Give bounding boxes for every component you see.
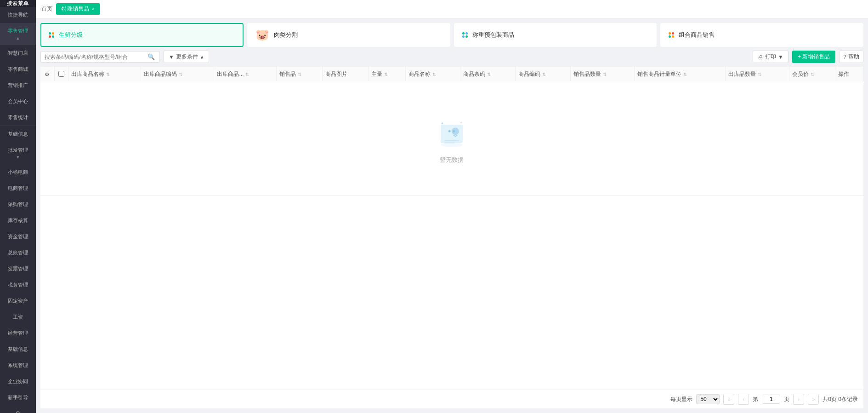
sidebar-item-retail-stats[interactable]: 零售统计 xyxy=(0,109,36,126)
sort-icon: ⇅ xyxy=(245,72,249,77)
pagination: 每页显示 50 10 20 100 « ‹ 第 页 › » 共0页 0条记录 xyxy=(40,390,863,408)
col-out-qty[interactable]: 出库品数量⇅ xyxy=(726,67,789,82)
col-checkbox[interactable] xyxy=(54,67,68,82)
sidebar-logo[interactable]: 搜索菜单 xyxy=(0,0,36,7)
svg-text:✦: ✦ xyxy=(441,121,444,126)
home-link[interactable]: 首页 xyxy=(41,5,52,13)
filter-button[interactable]: ▼ 更多条件 ∨ xyxy=(164,51,209,63)
tab-fresh-grade[interactable]: 生鲜分级 xyxy=(40,23,244,47)
sort-icon: ⇅ xyxy=(298,72,301,77)
select-all-checkbox[interactable] xyxy=(58,71,64,77)
combo-sales-icon xyxy=(669,32,674,38)
col-member-price[interactable]: 会员价⇅ xyxy=(789,67,835,82)
sidebar-item-wages[interactable]: 工资 xyxy=(0,309,36,325)
sidebar-item-retail-mall[interactable]: 零售商城 xyxy=(0,61,36,77)
prev-page-button[interactable]: ‹ xyxy=(738,394,749,405)
page-content: 生鲜分级 🐷 肉类分割 称重预包装商品 xyxy=(36,18,868,413)
print-chevron-icon: ▼ xyxy=(778,54,783,60)
col-item-name[interactable]: 商品名称⇅ xyxy=(405,67,460,82)
sidebar-item-finance[interactable]: 资金管理 xyxy=(0,229,36,245)
sidebar-item-ops-mgmt[interactable]: 经营管理 xyxy=(0,325,36,341)
filter-chevron-icon: ∨ xyxy=(200,54,204,60)
close-tab-icon[interactable]: × xyxy=(92,6,95,11)
active-tab[interactable]: 特殊销售品 × xyxy=(56,3,100,15)
col-out-spec[interactable]: 出库商品...⇅ xyxy=(214,67,277,82)
sidebar-item-basic-info2[interactable]: 基础信息 xyxy=(0,341,36,357)
fresh-grade-label: 生鲜分级 xyxy=(59,31,83,39)
data-table-container: ⚙ 出库商品名称⇅ 出库商品编码⇅ 出库商品...⇅ xyxy=(40,67,863,408)
empty-state-icon: ✦ ✦ xyxy=(433,114,470,150)
col-item-barcode[interactable]: 商品条码⇅ xyxy=(460,67,516,82)
sidebar-item-corp-collab[interactable]: 企业协同 xyxy=(0,373,36,390)
sidebar-item-inventory[interactable]: 库存核算 xyxy=(0,212,36,229)
col-sale-item[interactable]: 销售品⇅ xyxy=(277,67,323,82)
gear-icon: ⚙ xyxy=(16,410,20,413)
weight-prepack-label: 称重预包装商品 xyxy=(472,31,514,39)
per-page-select[interactable]: 50 10 20 100 xyxy=(696,394,720,404)
col-sale-unit[interactable]: 销售商品计量单位⇅ xyxy=(634,67,725,82)
col-sale-qty[interactable]: 销售品数量⇅ xyxy=(570,67,634,82)
sidebar-item-basic-info[interactable]: 基础信息 xyxy=(0,126,36,142)
next-page-button[interactable]: › xyxy=(793,394,804,405)
col-out-name[interactable]: 出库商品名称⇅ xyxy=(68,67,141,82)
sort-icon: ⇅ xyxy=(811,72,814,77)
main-content: 首页 特殊销售品 × 生鲜分级 xyxy=(36,0,868,413)
page-input[interactable] xyxy=(762,395,780,404)
col-settings[interactable]: ⚙ xyxy=(40,67,54,82)
topbar: 首页 特殊销售品 × xyxy=(36,0,868,18)
table-body: ✦ ✦ 暂无数据 xyxy=(40,82,863,196)
print-button[interactable]: 🖨 打印 ▼ xyxy=(753,51,789,63)
sidebar-item-quick-nav[interactable]: 快捷导航 xyxy=(0,7,36,23)
sidebar-item-sales-promo[interactable]: 营销推广 xyxy=(0,77,36,93)
new-item-button[interactable]: + 新增销售品 xyxy=(792,51,835,63)
tab-combo-sales[interactable]: 组合商品销售 xyxy=(660,23,863,47)
sidebar-item-invoice-mgmt[interactable]: 发票管理 xyxy=(0,261,36,277)
last-page-button[interactable]: » xyxy=(808,394,819,405)
sort-icon: ⇅ xyxy=(384,72,388,77)
help-button[interactable]: ? 帮助 xyxy=(839,51,863,63)
sidebar-item-ecom-mgmt[interactable]: 电商管理 xyxy=(0,180,36,196)
first-page-button[interactable]: « xyxy=(723,394,734,405)
tab-weight-prepack[interactable]: 称重预包装商品 xyxy=(454,23,657,47)
sidebar-item-settings[interactable]: ⚙ xyxy=(0,406,36,413)
sidebar-item-retail-mgmt[interactable]: 零售管理 ▲ xyxy=(0,23,36,45)
print-label: 打印 xyxy=(765,53,776,61)
table-header-row: ⚙ 出库商品名称⇅ 出库商品编码⇅ 出库商品...⇅ xyxy=(40,67,863,82)
col-main-qty[interactable]: 主量⇅ xyxy=(369,67,405,82)
toolbar: 🔍 ▼ 更多条件 ∨ 🖨 打印 ▼ + 新增销售品 ? xyxy=(40,51,863,63)
sidebar-item-tax-mgmt[interactable]: 税务管理 xyxy=(0,277,36,293)
table-wrapper: ⚙ 出库商品名称⇅ 出库商品编码⇅ 出库商品...⇅ xyxy=(40,67,863,390)
sidebar-item-fixed-assets[interactable]: 固定资产 xyxy=(0,293,36,309)
fresh-grade-icon xyxy=(49,32,54,38)
data-table: ⚙ 出库商品名称⇅ 出库商品编码⇅ 出库商品...⇅ xyxy=(40,67,863,196)
total-records: 共0页 0条记录 xyxy=(823,396,858,403)
sidebar-item-mini-ecom[interactable]: 小畅电商 xyxy=(0,164,36,180)
help-icon: ? xyxy=(843,54,846,60)
sidebar-item-wholesale-mgmt[interactable]: 批发管理 ▼ xyxy=(0,142,36,164)
toolbar-right: 🖨 打印 ▼ + 新增销售品 ? 帮助 xyxy=(753,51,863,63)
empty-row: ✦ ✦ 暂无数据 xyxy=(40,82,863,196)
search-icon[interactable]: 🔍 xyxy=(148,53,155,60)
sidebar-item-new-guide[interactable]: 新手引导 xyxy=(0,390,36,406)
svg-rect-2 xyxy=(443,126,461,141)
col-out-code[interactable]: 出库商品编码⇅ xyxy=(141,67,214,82)
chevron-down-icon: ▼ xyxy=(16,155,20,160)
sort-icon: ⇅ xyxy=(487,72,491,77)
tab-meat-cut[interactable]: 🐷 肉类分割 xyxy=(247,23,450,47)
sidebar-item-general-ledger[interactable]: 总账管理 xyxy=(0,245,36,261)
svg-rect-7 xyxy=(444,142,454,143)
sidebar-item-sys-mgmt[interactable]: 系统管理 xyxy=(0,357,36,373)
sidebar-item-members[interactable]: 会员中心 xyxy=(0,93,36,109)
sort-icon: ⇅ xyxy=(603,72,607,77)
sort-icon: ⇅ xyxy=(542,72,546,77)
filter-icon: ▼ xyxy=(169,54,174,60)
weight-prepack-icon xyxy=(462,32,468,38)
search-input[interactable] xyxy=(45,54,146,60)
sidebar-item-smart-store[interactable]: 智慧门店 xyxy=(0,45,36,61)
svg-point-4 xyxy=(448,130,451,132)
sidebar-item-purchase-mgmt[interactable]: 采购管理 xyxy=(0,196,36,212)
search-box[interactable]: 🔍 xyxy=(40,51,160,63)
chevron-icon: ▲ xyxy=(16,36,20,40)
col-item-code[interactable]: 商品编码⇅ xyxy=(515,67,570,82)
empty-state: ✦ ✦ 暂无数据 xyxy=(43,86,861,192)
